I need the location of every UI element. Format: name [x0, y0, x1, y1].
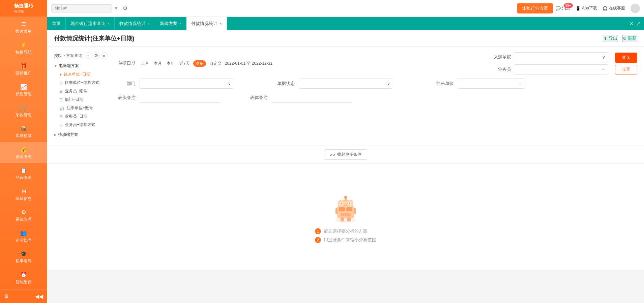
refresh-button[interactable]: ↻ 刷新 [622, 35, 637, 42]
empty-tip-2: 2 用过滤条件来缩小分析范围 [315, 237, 376, 243]
svg-rect-16 [347, 217, 351, 221]
sidebar-item-7[interactable]: 📋 经营管理 [0, 163, 47, 184]
settings-button[interactable]: 设置 [615, 65, 637, 74]
sidebar-item-8[interactable]: ⊞ 基础信息 [0, 184, 47, 205]
body-note-input[interactable] [272, 93, 353, 103]
address-chevron-icon[interactable]: ▼ [114, 6, 118, 11]
tab-4[interactable]: 付款情况统计× [186, 17, 227, 30]
sidebar-icon-8: ⊞ [20, 187, 27, 195]
scheme-group-header-1[interactable]: ▶ 移动端方案 [54, 130, 108, 139]
app-name: 畅捷通巧 [14, 3, 33, 9]
empty-illustration [329, 190, 362, 224]
tab-3[interactable]: 新建方案× [155, 17, 186, 30]
sidebar-label-1: 快捷导航 [16, 50, 32, 55]
messages-item[interactable]: 💬 消息 99+ [556, 5, 570, 11]
sidebar-label-10: 企业协同 [16, 238, 32, 243]
tab-close-2[interactable]: × [148, 22, 150, 26]
scheme-item-0-2[interactable]: ⊞ 业务员+账号 [54, 87, 108, 95]
source-select[interactable]: ∨ [514, 52, 608, 62]
user-avatar[interactable] [631, 4, 640, 13]
message-icon: 💬 [556, 6, 561, 11]
dept-select[interactable]: ∨ [140, 79, 234, 89]
scheme-group-arrow-1: ▶ [54, 133, 57, 137]
topbar-settings-icon[interactable]: ⚙ [120, 4, 130, 13]
collapse-sidebar-icon[interactable]: ◀◀ [35, 293, 43, 300]
add-scheme-button[interactable]: + [85, 52, 91, 59]
sidebar-item-0[interactable]: ☰ 搜索菜单 [0, 17, 47, 38]
scheme-group-header-0[interactable]: ▼ 电脑端方案 [54, 62, 108, 70]
query-button[interactable]: 查询 [615, 53, 637, 63]
date-option-this-year[interactable]: 本年 [165, 60, 176, 67]
empty-tips: 1 请先选择要分析的方案 2 用过滤条件来缩小分析范围 [315, 228, 376, 243]
collapse-button[interactable]: ∧∧ 收起更多条件 [324, 149, 367, 160]
sidebar-icon-9: ⚙ [20, 208, 27, 216]
filter-row-dept: 部门 ∨ 单据状态 ∨ 往来单位 ··· [117, 79, 637, 89]
sidebar-icon-0: ☰ [20, 20, 27, 28]
sidebar-label-12: 智能硬件 [16, 279, 32, 285]
collapse-scheme-button[interactable]: « [101, 52, 108, 59]
sidebar-item-11[interactable]: 🎓 新手引导 [0, 247, 47, 268]
sidebar-item-10[interactable]: 👥 企业协同 [0, 226, 47, 247]
tab-close-1[interactable]: × [108, 22, 110, 26]
scheme-item-0-0[interactable]: ● 往来单位+日期 [54, 70, 108, 79]
date-option-custom[interactable]: 自定义 [208, 60, 223, 67]
sidebar-item-6[interactable]: 💰 资金管理 [0, 142, 47, 163]
tab-0[interactable]: 首页 [47, 17, 66, 30]
status-label: 单据状态 [276, 81, 295, 87]
sidebar-icon-6: 💰 [20, 146, 27, 153]
date-option-this-month[interactable]: 本月 [152, 60, 163, 67]
tab-close-3[interactable]: × [179, 22, 181, 26]
scheme-group-name-0: 电脑端方案 [59, 63, 79, 69]
header-note-input[interactable] [140, 93, 221, 103]
tab-label-2: 收款情况统计 [119, 21, 146, 27]
address-bar[interactable] [51, 4, 112, 12]
close-tab-icon[interactable]: ✕ [629, 21, 634, 27]
business-select[interactable]: ··· [514, 64, 608, 74]
date-option-7days[interactable]: 近7天 [178, 60, 191, 67]
trial-button[interactable]: 体验行业方案 [517, 3, 553, 13]
date-option-more[interactable]: 更多 [193, 60, 206, 67]
scheme-item-0-3[interactable]: ⊞ 部门+日期 [54, 95, 108, 104]
sidebar-item-9[interactable]: ⚙ 系统管理 [0, 205, 47, 226]
page-title: 付款情况统计(往来单位+日期) [54, 34, 135, 42]
scheme-group-arrow-0: ▼ [54, 64, 57, 68]
settings-icon[interactable]: ⚙ [4, 293, 9, 300]
sidebar-icon-11: 🎓 [20, 250, 27, 257]
scheme-panel: 按以下方案查询 + ⚙ « ▼ 电脑端方案 ● 往来单位+日期 ⊞ 往来单位+结… [54, 52, 111, 140]
online-service-item[interactable]: 🎧 在线客服 [603, 5, 625, 11]
svg-rect-3 [346, 207, 352, 211]
export-icon: ⬆ [604, 36, 607, 41]
scheme-item-label-0-6: 业务员+结算方式 [65, 122, 95, 128]
scheme-item-0-5[interactable]: ⊞ 业务员+日期 [54, 112, 108, 121]
sidebar-icon-2: 🎁 [20, 62, 27, 69]
scheme-item-0-6[interactable]: ⊞ 业务员+结算方式 [54, 121, 108, 129]
counterpart-select[interactable]: ··· [458, 79, 525, 89]
export-button[interactable]: ⬆ 导出 [603, 35, 618, 42]
scheme-item-icon-0-5: ⊞ [59, 114, 63, 119]
scheme-item-0-1[interactable]: ⊞ 往来单位+结算方式 [54, 79, 108, 87]
sidebar-label-2: 营销推广 [16, 70, 32, 76]
dept-label: 部门 [117, 81, 136, 87]
sidebar-item-5[interactable]: 📦 库存核算 [0, 121, 47, 142]
scheme-panel-actions: + ⚙ « [85, 52, 108, 59]
source-label: 来源单据 [492, 54, 511, 60]
scheme-settings-button[interactable]: ⚙ [93, 52, 99, 59]
expand-tab-icon[interactable]: ⤢ [636, 21, 641, 27]
page: 付款情况统计(往来单位+日期) ⬆ 导出 ↻ 刷新 按以下方案查询 + [47, 30, 644, 303]
filter-row-notes: 表头备注 表体备注 [117, 93, 637, 103]
date-option-last-month[interactable]: 上月 [140, 60, 150, 67]
scheme-item-label-0-1: 往来单位+结算方式 [65, 80, 99, 86]
sidebar-item-3[interactable]: 📈 销售管理 [0, 80, 47, 100]
scheme-item-label-0-5: 业务员+日期 [65, 114, 87, 119]
tab-close-4[interactable]: × [219, 22, 222, 26]
tip1-text: 请先选择要分析的方案 [324, 228, 368, 234]
sidebar-item-1[interactable]: ⚡ 快捷导航 [0, 38, 47, 59]
tab-2[interactable]: 收款情况统计× [115, 17, 155, 30]
scheme-item-0-4[interactable]: 📊 往来单位+账号 [54, 104, 108, 112]
status-select[interactable]: ∨ [299, 79, 393, 89]
sidebar-item-4[interactable]: 🛒 采购管理 [0, 100, 47, 121]
tab-1[interactable]: 现金银行流水查询× [66, 17, 115, 30]
sidebar-item-12[interactable]: ⏰ 智能硬件 [0, 268, 47, 289]
sidebar-item-2[interactable]: 🎁 营销推广 [0, 59, 47, 80]
app-download-item[interactable]: 📱 App下载 [576, 5, 597, 11]
